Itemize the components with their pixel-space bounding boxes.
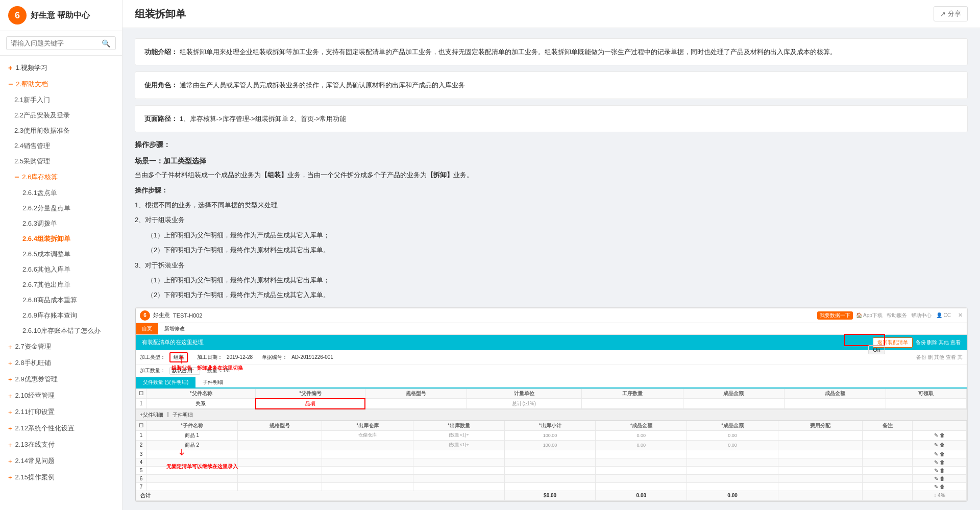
role-text: 通常由生产人员或库管人员完成拆装业务的操作，库管人员确认原材料的出库和产成品的入… bbox=[180, 81, 465, 89]
step-3: 3、对于拆装业务 bbox=[135, 259, 968, 271]
expand-icon-2-6: − bbox=[14, 173, 19, 182]
mock-detail-tab-active: 父件数量 (父件明细) bbox=[136, 377, 195, 387]
feature-intro-label: 功能介绍： bbox=[144, 48, 178, 56]
mock-lower-table: ☐ *子件名称 规格型号 *出库仓库 *出库数量 *出库小计 *成品金额 *成品… bbox=[136, 421, 967, 501]
step-2: 2、对于组装业务 bbox=[135, 214, 968, 226]
main-header: 组装拆卸单 ↗ 分享 bbox=[122, 0, 980, 28]
mock-ops-icons: 备份 删除 其他 查看 bbox=[916, 339, 961, 346]
share-label: 分享 bbox=[948, 9, 961, 18]
share-icon: ↗ bbox=[940, 10, 946, 18]
content-area: 功能介绍： 组装拆卸单用来处理企业组装或拆卸等加工业务，支持有固定装配清单的产品… bbox=[122, 28, 980, 510]
qty-label: 加工数量： bbox=[140, 367, 165, 374]
search-input[interactable] bbox=[6, 36, 116, 50]
mock-logo: 6 bbox=[140, 310, 150, 321]
path-block: 页面路径： 1、库存核算->库存管理->组装拆卸单 2、首页->常用功能 bbox=[135, 105, 968, 132]
sidebar-item-2-13[interactable]: +2.13在线支付 bbox=[0, 436, 122, 453]
sidebar: 6 好生意 帮助中心 🔍 + 1.视频学习 − 2.帮助文档 2.1新手入门 2… bbox=[0, 0, 122, 510]
sidebar-item-label-2: 2.帮助文档 bbox=[16, 80, 48, 89]
mock-lower-table-wrapper: ☐ *子件名称 规格型号 *出库仓库 *出库数量 *出库小计 *成品金额 *成品… bbox=[136, 421, 967, 501]
sidebar-item-2-6-5[interactable]: 2.6.5成本调整单 bbox=[22, 247, 122, 262]
type-label: 加工类型： bbox=[140, 354, 165, 361]
ops-steps-label: 操作步骤： bbox=[135, 184, 968, 196]
lower-tab-sep: | bbox=[167, 411, 169, 419]
step-2-2: （2）下部明细为子件明细，最终作为原材料生成其它出库单。 bbox=[135, 244, 968, 256]
main-content: 组装拆卸单 ↗ 分享 功能介绍： 组装拆卸单用来处理企业组装或拆卸等加工业务，支… bbox=[122, 0, 980, 510]
sidebar-item-2-15[interactable]: +2.15操作案例 bbox=[0, 469, 122, 485]
sidebar-item-2-8[interactable]: +2.8手机旺铺 bbox=[0, 355, 122, 371]
sidebar-item-2-6-9[interactable]: 2.6.9库存账本查询 bbox=[22, 308, 122, 323]
sidebar-item-2-7[interactable]: +2.7资金管理 bbox=[0, 338, 122, 355]
sidebar-sub-2-6: 2.6.1盘点单 2.6.2分量盘点单 2.6.3调拨单 2.6.4组装拆卸单 … bbox=[14, 185, 122, 338]
sidebar-item-2-5[interactable]: 2.5采购管理 bbox=[14, 154, 122, 169]
mock-icons: 🏠 App下载 帮助服务 帮助中心 👤 CC bbox=[856, 312, 951, 319]
sidebar-item-2-1[interactable]: 2.1新手入门 bbox=[14, 92, 122, 108]
share-button[interactable]: ↗ 分享 bbox=[934, 6, 968, 21]
sidebar-item-2-6[interactable]: − 2.6库存核算 bbox=[14, 169, 122, 185]
on-label: On bbox=[868, 345, 885, 354]
sidebar-item-2-6-10[interactable]: 2.6.10库存账本错了怎么办 bbox=[22, 323, 122, 338]
step-3-2: （2）下部明细为子件明细，最终作为产成品生成其它入库单。 bbox=[135, 289, 968, 301]
sidebar-item-2-6-8[interactable]: 2.6.8商品成本重算 bbox=[22, 293, 122, 308]
expand-icon-1: + bbox=[8, 64, 12, 72]
mock-form-row: 加工类型： 组装 加工日期： 2019-12-28 单据编号： AD-20191… bbox=[136, 350, 967, 365]
sidebar-item-2-14[interactable]: +2.14常见问题 bbox=[0, 453, 122, 469]
app-logo: 6 bbox=[8, 6, 27, 25]
role-label: 使用角色： bbox=[144, 81, 178, 89]
bill-value: AD-20191226-001 bbox=[291, 354, 333, 360]
mock-detail-tab-2: 子件明细 bbox=[195, 377, 230, 387]
sidebar-item-label-1: 1.视频学习 bbox=[15, 63, 47, 72]
sidebar-item-2-6-7[interactable]: 2.6.7其他出库单 bbox=[22, 277, 122, 293]
type-field: 组装 bbox=[169, 352, 188, 362]
mock-upper-table: ☐ *父件名称 *父件编号 规格型号 计量单位 工序数量 成品金额 成品金额 可… bbox=[136, 388, 967, 409]
lower-tab-2: 子件明细 bbox=[173, 411, 193, 419]
mock-id: TEST-H002 bbox=[173, 312, 202, 319]
feature-intro-text: 组装拆卸单用来处理企业组装或拆卸等加工业务，支持有固定装配清单的产品加工业务，也… bbox=[180, 48, 837, 56]
sidebar-item-docs[interactable]: − 2.帮助文档 bbox=[0, 76, 122, 92]
mock-form-row2: 加工数量： 数量 ≈ 1% bbox=[136, 365, 967, 377]
feature-intro-block: 功能介绍： 组装拆卸单用来处理企业组装或拆卸等加工业务，支持有固定装配清单的产品… bbox=[135, 38, 968, 65]
qty-unit: 数量 ≈ 1% bbox=[207, 367, 231, 374]
date-value: 2019-12-28 bbox=[227, 354, 253, 360]
mock-lower-tabs: +父件明细 | 子件明细 bbox=[136, 409, 967, 421]
sidebar-item-2-6-3[interactable]: 2.6.3调拨单 bbox=[22, 216, 122, 231]
sidebar-item-2-6-6[interactable]: 2.6.6其他入库单 bbox=[22, 262, 122, 277]
sidebar-item-2-3[interactable]: 2.3使用前数据准备 bbox=[14, 123, 122, 138]
sidebar-item-video[interactable]: + 1.视频学习 bbox=[0, 60, 122, 76]
sidebar-item-2-11[interactable]: +2.11打印设置 bbox=[0, 404, 122, 420]
close-icon: ✕ bbox=[958, 312, 963, 319]
ops-title: 操作步骤： bbox=[135, 140, 968, 150]
sidebar-item-2-2[interactable]: 2.2产品安装及登录 bbox=[14, 108, 122, 123]
sidebar-item-2-6-2[interactable]: 2.6.2分量盘点单 bbox=[22, 201, 122, 216]
bill-label: 单据编号： bbox=[262, 354, 287, 361]
search-button[interactable]: 🔍 bbox=[102, 39, 110, 47]
sidebar-nav: + 1.视频学习 − 2.帮助文档 2.1新手入门 2.2产品安装及登录 2.3… bbox=[0, 56, 122, 510]
sidebar-item-2-12[interactable]: +2.12系统个性化设置 bbox=[0, 420, 122, 436]
lower-tab-1: +父件明细 bbox=[140, 411, 163, 419]
path-text: 1、库存核算->库存管理->组装拆卸单 2、首页->常用功能 bbox=[180, 115, 347, 123]
screenshot-wrapper: 6 好生意 TEST-H002 我要数据一下 🏠 App下载 帮助服务 帮助中心… bbox=[135, 307, 968, 502]
sidebar-item-2-6-4[interactable]: 2.6.4组装拆卸单 bbox=[22, 231, 122, 247]
expand-icon-2: − bbox=[8, 80, 13, 89]
mock-tabbar: 自页 新增修改 bbox=[136, 323, 967, 335]
step-3-1: （1）上部明细为父件明细，最终作为原材料生成其它出库单； bbox=[135, 274, 968, 286]
mock-green-bar-text: 有装配清单的在这里处理 bbox=[142, 338, 204, 346]
mock-tab-list: 新增修改 bbox=[158, 323, 191, 334]
sidebar-item-2-4[interactable]: 2.4销售管理 bbox=[14, 138, 122, 154]
mock-green-bar-right: 返回装配清单 备份 删除 其他 查看 bbox=[873, 337, 961, 348]
qty-input bbox=[169, 367, 200, 375]
sidebar-item-label-2-6: 2.6库存核算 bbox=[22, 173, 58, 182]
date-label: 加工日期： bbox=[197, 354, 223, 361]
sidebar-item-2-9[interactable]: +2.9优惠券管理 bbox=[0, 371, 122, 387]
mock-upper-table-wrapper: ☐ *父件名称 *父件编号 规格型号 计量单位 工序数量 成品金额 成品金额 可… bbox=[136, 388, 967, 409]
sidebar-item-2-6-1[interactable]: 2.6.1盘点单 bbox=[22, 185, 122, 201]
role-block: 使用角色： 通常由生产人员或库管人员完成拆装业务的操作，库管人员确认原材料的出库… bbox=[135, 71, 968, 99]
path-label: 页面路径： bbox=[144, 115, 178, 123]
mock-title: 好生意 bbox=[153, 311, 170, 319]
sidebar-item-2-10[interactable]: +2.10经营管理 bbox=[0, 387, 122, 404]
mock-green-bar: 有装配清单的在这里处理 返回装配清单 备份 删除 其他 查看 启用处理 bbox=[136, 335, 967, 350]
mock-field-icons: 备份 删 其他 查看 其 bbox=[916, 354, 963, 361]
mock-detail-tabs: 父件数量 (父件明细) 子件明细 bbox=[136, 377, 967, 388]
scenario1-title: 场景一：加工类型选择 bbox=[135, 157, 968, 166]
mock-topbar: 6 好生意 TEST-H002 我要数据一下 🏠 App下载 帮助服务 帮助中心… bbox=[136, 308, 967, 323]
mock-app: 6 好生意 TEST-H002 我要数据一下 🏠 App下载 帮助服务 帮助中心… bbox=[135, 308, 967, 501]
